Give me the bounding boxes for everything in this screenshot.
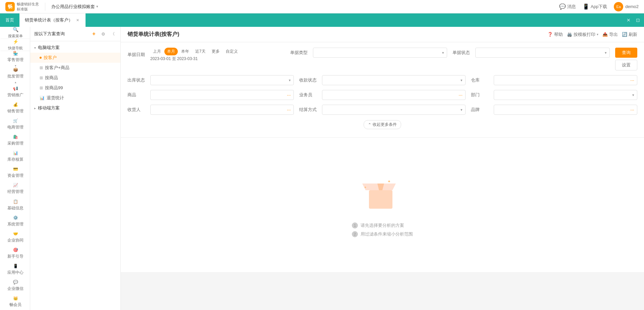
date-tab-last-month[interactable]: 上月 [150,48,164,55]
sidebar-item-wholesale[interactable]: 📦 批发管理 ▴ [0,67,30,84]
sidebar-item-marketing[interactable]: 📢 营销推广 [0,84,30,100]
filter-row-2: 出库状态 ▾ 收款状态 ▾ [127,75,637,85]
receiver-input[interactable]: ··· [150,105,294,115]
tab-home[interactable]: 首页 [0,13,19,27]
tree-item-by-customer[interactable]: 按客户 [30,53,120,63]
tree-desktop-label: 电脑端方案 [38,45,60,51]
empty-hint-1: 1 请先选择要分析的方案 [352,222,413,228]
sidebar-item-newbie[interactable]: 🎯 新手引导 [0,245,30,261]
collapse-icon: ⌃ [368,122,371,127]
tree-desktop-section[interactable]: ▾ 电脑端方案 [30,43,120,53]
help-icon: ❓ [547,32,553,37]
tab-close-all-icon[interactable]: ✕ [625,16,632,24]
sidebar-item-sales[interactable]: 💰 销售管理 [0,100,30,116]
refresh-button[interactable]: 🔄 刷新 [622,32,637,38]
ship-status-label: 出库状态 [127,77,148,83]
app-download-button[interactable]: 📱 App下载 [583,3,607,10]
payment-method-label: 结算方式 [299,107,319,113]
order-type-label: 单据类型 [290,50,310,56]
sidebar: 🔍 搜索菜单 ⚡ 快捷导航 🏪 零售管理 ▾ 📦 批发管理 ▴ 📢 营销推广 [0,27,30,310]
grid-icon: ⊞ [40,65,43,70]
date-tab-last-7[interactable]: 近7天 [193,48,208,55]
newbie-icon: 🎯 [13,248,18,252]
retail-icon: 🏪 [13,51,18,56]
filter-salesperson: 业务员 ··· [299,90,466,100]
marketing-icon: 📢 [13,86,18,91]
svg-text:✦: ✦ [364,186,367,189]
content-area: 按以下方案查询 + ⚙ 《 ▾ 电脑端方案 按客户 [30,27,644,310]
brand-dots: ··· [630,107,634,112]
settings-scheme-button[interactable]: ⚙ [100,30,107,38]
sidebar-item-member[interactable]: 👑 畅会员 [0,294,30,310]
date-tabs: 上月 本月 本年 近7天 更多 自定义 [150,48,282,55]
warehouse-input[interactable]: ··· [494,75,637,85]
ecommerce-icon: 🛒 [13,118,18,123]
tree-item-by-customer-product[interactable]: ⊞ 按客户+商品 [30,63,120,73]
tree-mobile-section[interactable]: ▸ 移动端方案 [30,103,120,113]
collapse-button[interactable]: ⌃ 收起更多条件 [364,120,401,129]
empty-state-svg: ✦ ✦ [362,173,402,214]
divider [45,3,45,11]
sidebar-item-enterprise[interactable]: 🤝 企业协同 [0,229,30,245]
department-input[interactable]: ▾ [494,90,637,100]
home-tab-label: 首页 [5,17,14,23]
sidebar-item-search[interactable]: 🔍 搜索菜单 [0,27,30,39]
order-type-input[interactable]: ▾ [313,48,447,58]
tree-item-by-product[interactable]: ⊞ 按商品 [30,73,120,83]
date-tab-more[interactable]: 更多 [209,48,222,55]
help-button[interactable]: ❓ 帮助 [547,32,563,38]
brand-input[interactable]: ··· [494,105,637,115]
appcenter-icon: 📱 [13,264,18,268]
order-status-input[interactable]: ▾ [475,48,610,58]
title-arrow: ▾ [96,4,98,9]
add-scheme-button[interactable]: + [90,30,98,38]
tree-item-label: 按客户 [44,55,57,61]
date-tab-this-month[interactable]: 本月 [164,48,178,55]
app-title[interactable]: 办公用品行业模拟账套 ▾ [51,4,98,10]
salesperson-label: 业务员 [299,92,319,98]
date-tab-custom[interactable]: 自定义 [223,48,240,55]
product-label: 商品 [127,92,148,98]
sidebar-item-retail[interactable]: 🏪 零售管理 ▾ [0,51,30,67]
sidebar-item-wechat[interactable]: 💬 企业微信 [0,278,30,294]
query-button[interactable]: 查询 [615,48,637,58]
order-status-label: 单据状态 [452,50,473,56]
payment-status-input[interactable]: ▾ [322,75,466,85]
tree-item-return-stats[interactable]: 📊 退货统计 [30,93,120,103]
product-input[interactable]: ··· [150,90,294,100]
ship-status-input[interactable]: ▾ [150,75,294,85]
filter-row-4: 收货人 ··· 结算方式 ▾ [127,105,637,115]
salesperson-input[interactable]: ··· [322,90,466,100]
warehouse-label: 仓库 [471,77,491,83]
filter-payment-method: 结算方式 ▾ [299,105,466,115]
tab-sales-stats[interactable]: 销货单统计表（按客户） ✕ [19,13,86,27]
brand-label: 品牌 [471,107,491,113]
sidebar-item-basic[interactable]: 📋 基础信息 [0,197,30,213]
tab-restore-icon[interactable]: ⊡ [635,16,641,24]
sidebar-item-ecommerce[interactable]: 🛒 电商管理 [0,116,30,132]
message-button[interactable]: 💬 消息 [559,3,576,10]
sidebar-item-operations[interactable]: 📈 经营管理 [0,181,30,197]
sidebar-item-appcenter[interactable]: 📱 应用中心 [0,262,30,278]
user-menu[interactable]: Ea demo2 [614,2,639,11]
filter-order-type: 单据类型 ▾ [290,48,447,58]
search-icon: 🔍 [13,27,18,32]
collapse-panel-button[interactable]: 《 [109,30,116,38]
date-tab-this-year[interactable]: 本年 [178,48,192,55]
sidebar-item-system[interactable]: ⚙️ 系统管理 [0,213,30,229]
grid-icon-2: ⊞ [40,75,43,80]
filter-order-status: 单据状态 ▾ [452,48,610,58]
basic-icon: 📋 [13,199,18,204]
settings-button[interactable]: 设置 [615,60,637,70]
tab-close-icon[interactable]: ✕ [75,17,80,23]
export-button[interactable]: 📤 导出 [602,32,618,38]
print-button[interactable]: 🖨️ 按模板打印 ▾ [567,32,598,38]
payment-method-input[interactable]: ▾ [322,105,466,115]
sidebar-item-purchase[interactable]: 🛍️ 采购管理 [0,132,30,148]
sidebar-item-finance[interactable]: 💳 资金管理 [0,165,30,181]
filter-brand: 品牌 ··· [471,105,637,115]
sidebar-item-inventory[interactable]: 📊 库存核算 [0,149,30,165]
tree-item-by-product-99[interactable]: ⊞ 按商品99 [30,83,120,93]
sidebar-item-quick-nav[interactable]: ⚡ 快捷导航 [0,39,30,51]
left-panel: 按以下方案查询 + ⚙ 《 ▾ 电脑端方案 按客户 [30,27,121,310]
